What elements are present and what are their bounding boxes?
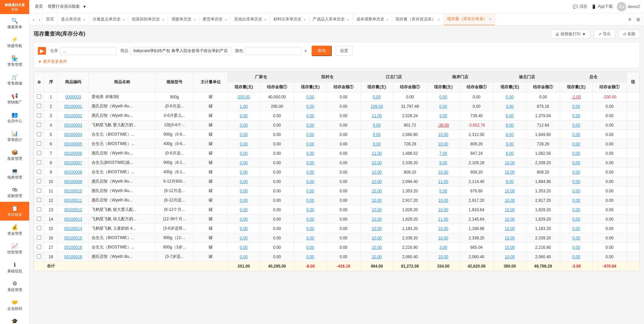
tab-close-requisition[interactable]: × — [225, 17, 227, 21]
row-code[interactable]: 00100006 — [58, 149, 89, 158]
row-mucun-qty[interactable]: 0.00 — [294, 149, 326, 158]
message-btn[interactable]: 💬 消息 — [573, 4, 587, 9]
tab-close-split-count[interactable]: × — [123, 17, 125, 21]
row-mucun-qty[interactable]: 0.00 — [294, 233, 326, 243]
row-total-qty[interactable]: 0.00 — [560, 224, 592, 233]
sidebar-item-retail-mgmt[interactable]: 🏪零售管理 — [0, 52, 29, 71]
row-code[interactable]: 00100005 — [58, 139, 89, 149]
row-code[interactable]: 00100010 — [58, 186, 89, 196]
row-nanan-qty[interactable]: 10.00 — [427, 205, 459, 215]
row-check[interactable] — [34, 224, 44, 233]
sidebar-item-sys-mgmt[interactable]: ⚙系统管理 — [0, 277, 29, 296]
row-nanan-qty[interactable]: 0.00 — [427, 102, 459, 111]
row-nanan-qty[interactable]: 0.00 — [427, 92, 459, 102]
tab-stock-status[interactable]: 现存量（库存状况表）× — [392, 13, 443, 26]
tab-cost-adjust[interactable]: 成本调整单历史× — [353, 13, 392, 26]
tab-assemble[interactable]: 组装拆卸单历史× — [128, 13, 168, 26]
row-mucun-qty[interactable]: 0.00 — [294, 158, 326, 168]
row-nanan-qty[interactable]: 11.00 — [427, 177, 459, 186]
row-code[interactable]: 00100011 — [58, 196, 89, 205]
row-check[interactable] — [34, 149, 44, 158]
row-jiangbei-qty[interactable]: 10.00 — [361, 158, 393, 168]
row-jiangbei-qty[interactable]: 10.00 — [361, 243, 393, 252]
tab-close-stock-status[interactable]: × — [438, 17, 440, 21]
row-jiangbei-qty[interactable]: 10.00 — [361, 196, 393, 205]
row-check[interactable] — [34, 196, 44, 205]
row-yubei-qty[interactable]: 10.00 — [494, 252, 526, 262]
row-yubei-qty[interactable]: 9.00 — [494, 139, 526, 149]
row-nanan-qty[interactable]: 10.00 — [427, 168, 459, 177]
row-factory-qty[interactable]: 0.00 — [227, 224, 260, 233]
row-code[interactable]: 00100008 — [58, 168, 89, 177]
row-factory-qty[interactable]: 0.00 — [227, 205, 260, 215]
row-total-qty[interactable]: 0.00 — [560, 130, 592, 139]
row-jiangbei-qty[interactable]: 0.00 — [361, 92, 393, 102]
row-mucun-qty[interactable]: 0.00 — [294, 196, 326, 205]
tab-inventory-count[interactable]: 盘点单历史× — [58, 13, 89, 26]
row-nanan-qty[interactable]: 5.00 — [427, 186, 459, 196]
row-nanan-qty[interactable]: 11.00 — [427, 215, 459, 224]
row-factory-qty[interactable]: 0.00 — [227, 139, 260, 149]
row-code[interactable]: 00100018 — [58, 252, 89, 262]
row-yubei-qty[interactable]: 10.00 — [494, 186, 526, 196]
row-jiangbei-qty[interactable]: 10.00 — [361, 168, 393, 177]
row-factory-qty[interactable]: 0.00 — [227, 215, 260, 224]
row-yubei-qty[interactable]: 10.00 — [494, 158, 526, 168]
sidebar-item-retail-stats[interactable]: 📊零售统计 — [0, 127, 29, 146]
sidebar-item-search[interactable]: 🔍搜索英单 — [0, 14, 29, 33]
row-total-qty[interactable]: 0.00 — [560, 149, 592, 158]
col-settings[interactable]: ⚙ — [34, 72, 44, 92]
row-jiangbei-qty[interactable]: 10.00 — [361, 215, 393, 224]
row-factory-qty[interactable]: 0.00 — [227, 130, 260, 139]
tab-close-other-out[interactable]: × — [264, 17, 266, 21]
row-code[interactable]: 00100009 — [58, 177, 89, 186]
row-mucun-qty[interactable]: 0.00 — [294, 243, 326, 252]
tab-split-count[interactable]: 分量盘点单历史× — [89, 13, 128, 26]
sidebar-item-corp-collab[interactable]: 🤝企业协同 — [0, 296, 29, 315]
row-jiangbei-qty[interactable]: 10.00 — [361, 205, 393, 215]
sidebar-item-newbie[interactable]: 🎓新手引导 — [0, 315, 29, 324]
row-factory-qty[interactable]: 1.00 — [227, 102, 260, 111]
row-check[interactable] — [34, 252, 44, 262]
logo[interactable]: 畅捷通好生意 标版 — [0, 0, 29, 14]
row-nanan-qty[interactable]: 9.00 — [427, 158, 459, 168]
row-check[interactable] — [34, 111, 44, 121]
warehouse-input[interactable] — [60, 47, 116, 55]
row-nanan-qty[interactable]: 3.00 — [427, 243, 459, 252]
row-total-qty[interactable]: 0.00 — [560, 252, 592, 262]
tab-close-assemble[interactable]: × — [162, 17, 164, 21]
tab-requisition[interactable]: 要货单历史× — [199, 13, 230, 26]
home-nav[interactable]: 首页 — [34, 4, 44, 9]
row-mucun-qty[interactable]: 0.00 — [294, 224, 326, 233]
row-yubei-qty[interactable]: 10.00 — [494, 224, 526, 233]
sidebar-item-base-info[interactable]: ℹ基础信息 — [0, 258, 29, 277]
row-check[interactable] — [34, 139, 44, 149]
tab-close-stock-dist[interactable]: × — [489, 17, 491, 21]
row-factory-qty[interactable]: 0.00 — [227, 111, 260, 121]
row-yubei-qty[interactable]: 3.00 — [494, 102, 526, 111]
row-nanan-qty[interactable]: 10.00 — [427, 196, 459, 205]
sidebar-item-marketing[interactable]: 📢营销推广 — [0, 89, 29, 108]
row-code[interactable]: 00100002 — [58, 111, 89, 121]
row-code[interactable]: 00100004 — [58, 130, 89, 139]
tab-home[interactable]: 首页 — [43, 13, 58, 26]
row-jiangbei-qty[interactable]: 109.00 — [361, 102, 393, 111]
user-avatar[interactable]: Ea demo2 — [617, 2, 640, 11]
app-download-btn[interactable]: 📱 App下载 — [591, 4, 613, 9]
row-mucun-qty[interactable]: 0.00 — [294, 102, 326, 111]
row-mucun-qty[interactable]: 0.00 — [294, 177, 326, 186]
row-code[interactable]: 00100012 — [58, 205, 89, 215]
row-check[interactable] — [34, 158, 44, 168]
row-mucun-qty[interactable]: 0.00 — [294, 186, 326, 196]
row-check[interactable] — [34, 168, 44, 177]
row-check[interactable] — [34, 177, 44, 186]
row-yubei-qty[interactable]: 10.00 — [494, 233, 526, 243]
row-total-qty[interactable]: 0.00 — [560, 243, 592, 252]
row-jiangbei-qty[interactable]: 11.00 — [361, 149, 393, 158]
row-jiangbei-qty[interactable]: 10.00 — [361, 252, 393, 262]
row-mucun-qty[interactable]: 0.00 — [294, 111, 326, 121]
export-btn[interactable]: ↗ 导出 — [594, 30, 615, 39]
row-total-qty[interactable]: 0.00 — [560, 139, 592, 149]
row-mucun-qty[interactable]: 0.00 — [294, 121, 326, 130]
row-nanan-qty[interactable]: 10.00 — [427, 224, 459, 233]
